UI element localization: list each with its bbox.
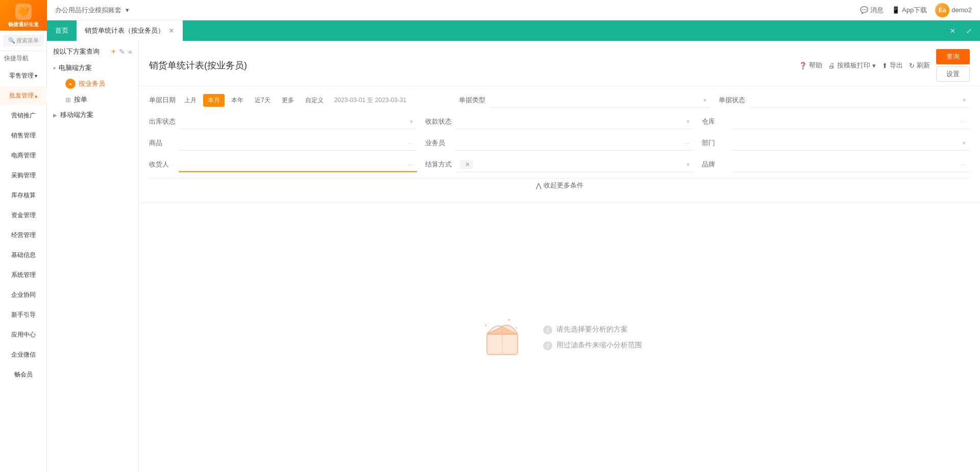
sidebar-item-purchase[interactable]: 采购管理: [0, 166, 47, 185]
settlement-select[interactable]: ✕ ▾: [456, 157, 693, 172]
date-btn-more[interactable]: 更多: [277, 94, 299, 107]
add-scheme-button[interactable]: +: [111, 47, 116, 56]
message-button[interactable]: 💬 消息: [860, 6, 884, 15]
settlement-tag: ✕: [460, 160, 473, 169]
settlement-arrow-icon: ▾: [687, 161, 690, 168]
receiptstatus-select[interactable]: ▾: [456, 114, 693, 129]
sidebar-item-inventory-label: 库存核算: [11, 191, 36, 200]
filter-row-2: 出库状态 ▾ 收款状态 ▾ 仓库: [149, 114, 970, 129]
sidebar-item-newbie[interactable]: 新手引导: [0, 305, 47, 324]
app-download-button[interactable]: 📱 App下载: [892, 6, 927, 15]
page-header: 销货单统计表(按业务员) ❓ 帮助 🖨 按模板打印 ▾ ⬆ 导出: [139, 41, 980, 86]
collapse-panel-icon[interactable]: «: [128, 48, 132, 56]
empty-box-svg: ✦ ✦ ✦: [477, 311, 528, 362]
dept-select[interactable]: ▾: [731, 135, 970, 151]
tab-home[interactable]: 首页: [47, 20, 77, 41]
collapse-button[interactable]: ⋀ 收起更多条件: [536, 181, 583, 190]
date-btn-thismonth[interactable]: 本月: [203, 94, 225, 107]
tree-item-salesperson[interactable]: ● 按业务员: [59, 76, 138, 92]
sidebar-item-member[interactable]: 畅会员: [0, 365, 47, 384]
settlement-tag-close-icon[interactable]: ✕: [465, 161, 470, 168]
page-actions: ❓ 帮助 🖨 按模板打印 ▾ ⬆ 导出 ↻ 刷新: [799, 49, 970, 82]
sidebar-item-sales[interactable]: 销售管理: [0, 126, 47, 145]
left-panel: 按以下方案查询 + ✎ « ▾ 电脑端方案 ● 按业务员: [47, 41, 139, 472]
left-panel-actions: + ✎ «: [111, 47, 132, 56]
outstatus-select[interactable]: ▾: [180, 114, 417, 129]
sidebar-item-retail[interactable]: 零售管理 ▾: [0, 66, 47, 85]
tree-item-order[interactable]: ⊞ 按单: [59, 92, 138, 107]
sidebar-item-wholesale[interactable]: 批发管理 ▴: [0, 86, 47, 105]
sidebar-item-operations[interactable]: 经营管理: [0, 226, 47, 245]
receiver-filter-label: 收货人: [149, 160, 175, 169]
salesperson-input[interactable]: ···: [455, 135, 693, 151]
doctype-select[interactable]: ▾: [489, 92, 710, 108]
dept-arrow-icon: ▾: [963, 139, 966, 147]
docstatus-select[interactable]: ▾: [749, 92, 970, 108]
sidebar-item-basic[interactable]: 基础信息: [0, 246, 47, 265]
filter-receiver-item: 收货人 ···: [149, 157, 417, 172]
tab-close-button[interactable]: ✕: [945, 23, 960, 38]
sidebar-item-marketing-label: 营销推广: [11, 111, 36, 120]
warehouse-input[interactable]: ···: [731, 114, 970, 129]
tab-expand-button[interactable]: ⤢: [962, 23, 976, 38]
export-button[interactable]: ⬆ 导出: [882, 61, 903, 70]
tree-desktop-label: 电脑端方案: [59, 63, 92, 73]
sidebar-item-ecommerce[interactable]: 电商管理: [0, 146, 47, 165]
svg-text:✦: ✦: [507, 318, 511, 322]
filter-brand-item: 品牌 ···: [702, 157, 970, 172]
sidebar-item-inventory[interactable]: 库存核算: [0, 186, 47, 205]
tab-report-label: 销货单统计表（按业务员）: [85, 26, 164, 35]
sidebar-item-marketing[interactable]: 营销推广: [0, 106, 47, 125]
active-scheme-inner: ●: [69, 82, 72, 86]
filter-doctype-item: 单据类型 ▾: [459, 92, 710, 108]
date-btn-lastmonth[interactable]: 上月: [180, 94, 201, 107]
tip-2-text: 用过滤条件来缩小分析范围: [556, 341, 642, 350]
date-btn-custom[interactable]: 自定义: [301, 94, 328, 107]
tab-close-window-icon: ✕: [950, 27, 955, 35]
brand-filter-label: 品牌: [702, 160, 727, 169]
search-nav-button[interactable]: 🔍 搜索菜单: [3, 35, 44, 46]
tab-report[interactable]: 销货单统计表（按业务员） ✕: [77, 20, 183, 41]
sidebar-item-collab[interactable]: 企业协同: [0, 286, 47, 304]
export-icon: ⬆: [882, 62, 888, 69]
topbar-left: 办公用品行业模拟账套 ▾: [55, 6, 129, 15]
help-button[interactable]: ❓ 帮助: [799, 61, 822, 70]
edit-scheme-icon[interactable]: ✎: [119, 48, 125, 56]
receiver-input[interactable]: ···: [179, 157, 417, 172]
user-profile-button[interactable]: Ea demo2: [935, 3, 972, 17]
tree-group-mobile[interactable]: ▶ 移动端方案: [47, 107, 138, 123]
page-title: 销货单统计表(按业务员): [149, 59, 247, 72]
right-content: 销货单统计表(按业务员) ❓ 帮助 🖨 按模板打印 ▾ ⬆ 导出: [139, 41, 980, 472]
main-area: 办公用品行业模拟账套 ▾ 💬 消息 📱 App下载 Ea demo2 首页 销货…: [47, 0, 980, 472]
tab-close-icon[interactable]: ✕: [168, 27, 175, 35]
brand-input[interactable]: ···: [731, 157, 970, 172]
sidebar-item-member-label: 畅会员: [14, 370, 33, 379]
tab-bar: 首页 销货单统计表（按业务员） ✕ ✕ ⤢: [47, 20, 980, 41]
date-range-display: 2023-03-01 至 2023-03-31: [334, 96, 406, 105]
quick-nav-label[interactable]: 快捷导航: [0, 51, 47, 66]
help-icon: ❓: [799, 62, 807, 69]
empty-tips: 1 请先选择要分析的方案 2 用过滤条件来缩小分析范围: [543, 325, 642, 350]
date-btn-7days[interactable]: 近7天: [250, 94, 275, 107]
sidebar-item-retail-label: 零售管理: [9, 72, 34, 80]
print-icon: 🖨: [828, 62, 835, 69]
sidebar-item-appcenter[interactable]: 应用中心: [0, 325, 47, 344]
tip-2-num: 2: [543, 341, 552, 350]
date-btn-thisyear[interactable]: 本年: [227, 94, 248, 107]
expand-desktop-icon: ▾: [53, 65, 56, 71]
filter-row-1: 单据日期 上月 本月 本年 近7天 更多 自定义 2023-03-01 至 20…: [149, 92, 970, 108]
sidebar-item-wechat[interactable]: 企业微信: [0, 345, 47, 364]
sidebar-item-system[interactable]: 系统管理: [0, 266, 47, 285]
salesperson-filter-label: 业务员: [425, 138, 451, 148]
sidebar-item-finance[interactable]: 资金管理: [0, 206, 47, 225]
goods-input[interactable]: ···: [179, 135, 417, 151]
sidebar-item-system-label: 系统管理: [11, 271, 36, 279]
breadcrumb-arrow-icon[interactable]: ▾: [126, 6, 129, 14]
template-print-label: 按模板打印: [837, 61, 870, 70]
settings-button[interactable]: 设置: [936, 66, 970, 82]
query-button[interactable]: 查询: [936, 49, 970, 64]
refresh-button[interactable]: ↻ 刷新: [909, 61, 930, 70]
tree-group-desktop[interactable]: ▾ 电脑端方案: [47, 60, 138, 76]
app-logo[interactable]: 🧡 畅捷通好生意: [0, 0, 47, 31]
template-print-button[interactable]: 🖨 按模板打印 ▾: [828, 61, 876, 70]
